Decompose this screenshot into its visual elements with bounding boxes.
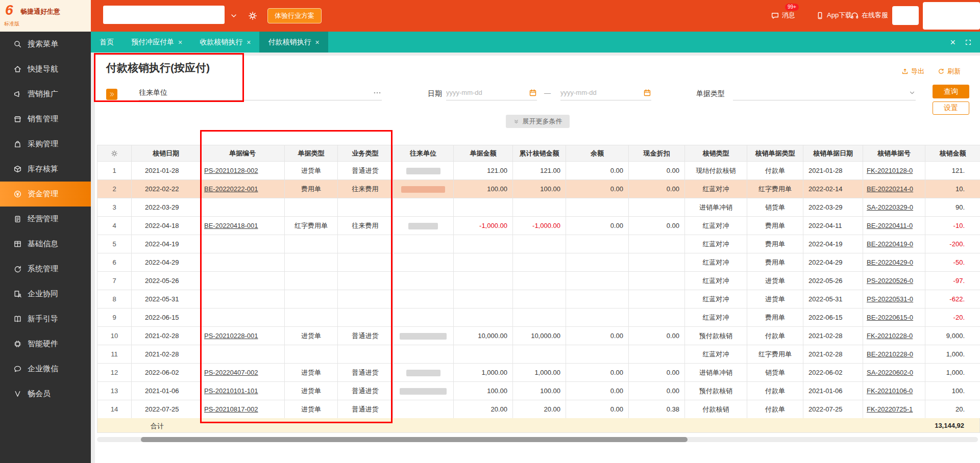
- sidebar-item-7[interactable]: 经营管理: [0, 207, 91, 232]
- sidebar-item-9[interactable]: 系统管理: [0, 256, 91, 281]
- sidebar-item-3[interactable]: 销售管理: [0, 107, 91, 132]
- partner-filter-input[interactable]: [167, 89, 373, 96]
- company-select-redacted[interactable]: [103, 6, 225, 24]
- sidebar-item-10[interactable]: 企业协同: [0, 281, 91, 306]
- messages-button[interactable]: 消息: [771, 11, 795, 20]
- collapse-filter-button[interactable]: [106, 89, 117, 100]
- close-all-icon[interactable]: ×: [950, 38, 955, 47]
- tab-close-icon[interactable]: ×: [247, 38, 251, 46]
- column-header-4[interactable]: 往来单位: [393, 145, 454, 162]
- table-row-7[interactable]: 72022-05-26红蓝对冲进货单2022-05-26PS-20220526-…: [97, 272, 980, 290]
- verify-doc-number-link[interactable]: PS-20220526-0: [867, 277, 913, 285]
- export-button[interactable]: 导出: [901, 67, 924, 76]
- doc-number-link[interactable]: BE-20220222-001: [204, 185, 258, 193]
- verify-doc-number-link[interactable]: BE-20210228-0: [867, 350, 913, 358]
- gear-icon[interactable]: [248, 11, 257, 20]
- sidebar-item-4[interactable]: 采购管理: [0, 132, 91, 157]
- column-header-1[interactable]: 单据编号: [201, 145, 285, 162]
- verify-doc-number-link[interactable]: BE-20220419-0: [867, 240, 913, 248]
- table-row-2[interactable]: 22022-02-22BE-20220222-001费用单往来费用100.001…: [97, 180, 980, 198]
- cell-vamt: -622.: [925, 290, 980, 308]
- sidebar-item-2[interactable]: 营销推广: [0, 82, 91, 107]
- doc-number-link[interactable]: PS-20210128-002: [204, 167, 258, 174]
- table-row-10[interactable]: 102021-02-28PS-20210228-001进货单普通进货10,000…: [97, 327, 980, 345]
- ellipsis-icon[interactable]: [373, 88, 382, 97]
- column-header-12[interactable]: 核销单据号: [863, 145, 925, 162]
- sidebar-item-1[interactable]: 快捷导航: [0, 57, 91, 82]
- sidebar-item-0[interactable]: 搜索菜单: [0, 32, 91, 57]
- table-row-3[interactable]: 32022-03-29进销单冲销销货单2022-03-29SA-20220329…: [97, 198, 980, 217]
- table-row-11[interactable]: 112021-02-28红蓝对冲红字费用单2021-02-28BE-202102…: [97, 345, 980, 364]
- column-header-11[interactable]: 核销单据日期: [803, 145, 863, 162]
- column-settings-header[interactable]: [97, 145, 132, 162]
- table-row-9[interactable]: 92022-06-15红蓝对冲费用单2022-06-15BE-20220615-…: [97, 308, 980, 327]
- column-header-7[interactable]: 余额: [566, 145, 629, 162]
- maximize-icon[interactable]: [965, 39, 972, 46]
- verify-doc-number-link[interactable]: FK-20220725-1: [867, 405, 913, 413]
- trial-plan-button[interactable]: 体验行业方案: [267, 8, 322, 23]
- table-row-1[interactable]: 12021-01-28PS-20210128-002进货单普通进货121.001…: [97, 162, 980, 180]
- tab-2[interactable]: 收款核销执行×: [191, 32, 259, 53]
- column-header-10[interactable]: 核销单据类型: [747, 145, 803, 162]
- refresh-button[interactable]: 刷新: [938, 67, 961, 76]
- verify-doc-number-link[interactable]: BE-20220429-0: [867, 259, 913, 266]
- sidebar-item-14[interactable]: 畅会员: [0, 381, 91, 406]
- cell-btype: [338, 308, 393, 327]
- tab-1[interactable]: 预付冲应付单×: [122, 32, 191, 53]
- column-header-9[interactable]: 核销类型: [685, 145, 747, 162]
- scrollbar-thumb[interactable]: [141, 437, 688, 442]
- verify-doc-number-link[interactable]: FK-20210128-0: [867, 167, 913, 174]
- doc-type-select[interactable]: [733, 89, 909, 96]
- verify-doc-number-link[interactable]: FK-20210228-0: [867, 332, 913, 340]
- date-to-input[interactable]: [560, 89, 643, 96]
- column-header-8[interactable]: 现金折扣: [629, 145, 685, 162]
- horizontal-scrollbar[interactable]: [97, 437, 978, 442]
- sidebar-item-8[interactable]: 基础信息: [0, 232, 91, 256]
- table-row-5[interactable]: 52022-04-19红蓝对冲费用单2022-04-19BE-20220419-…: [97, 235, 980, 253]
- column-header-6[interactable]: 累计核销金额: [513, 145, 566, 162]
- sidebar-item-11[interactable]: 新手引导: [0, 306, 91, 331]
- tab-0[interactable]: 首页: [91, 32, 122, 53]
- search-button[interactable]: 查询: [933, 85, 969, 98]
- tab-close-icon[interactable]: ×: [315, 38, 319, 46]
- verify-doc-number-link[interactable]: BE-20220214-0: [867, 185, 913, 193]
- verify-doc-number-link[interactable]: SA-20220329-0: [867, 203, 913, 211]
- online-service-button[interactable]: 在线客服: [850, 11, 888, 20]
- calendar-icon[interactable]: [643, 89, 651, 97]
- column-header-2[interactable]: 单据类型: [285, 145, 338, 162]
- date-from-input[interactable]: [446, 89, 529, 96]
- doc-number-link[interactable]: BE-20220418-001: [204, 222, 258, 229]
- doc-number-link[interactable]: PS-20210228-001: [204, 332, 258, 340]
- sidebar-item-12[interactable]: 智能硬件: [0, 331, 91, 356]
- table-row-6[interactable]: 62022-04-29红蓝对冲费用单2022-04-29BE-20220429-…: [97, 253, 980, 272]
- column-header-5[interactable]: 单据金额: [454, 145, 513, 162]
- column-header-3[interactable]: 业务类型: [338, 145, 393, 162]
- verify-doc-number-link[interactable]: BE-20220615-0: [867, 314, 913, 321]
- tab-3[interactable]: 付款核销执行×: [259, 32, 328, 53]
- column-header-13[interactable]: 核销金额: [925, 145, 980, 162]
- table-row-13[interactable]: 132021-01-06PS-20210101-101进货单普通进货100.00…: [97, 382, 980, 400]
- chevron-down-icon[interactable]: [230, 12, 238, 20]
- app-download-button[interactable]: App下载: [816, 11, 852, 20]
- sidebar-item-13[interactable]: 企业微信: [0, 356, 91, 381]
- doc-number-link[interactable]: PS-20220407-002: [204, 369, 258, 376]
- table-row-12[interactable]: 122022-06-02PS-20220407-002进货单普通进货1,000.…: [97, 364, 980, 382]
- doc-number-link[interactable]: PS-20210101-101: [204, 387, 258, 395]
- sidebar-item-6[interactable]: 资金管理: [0, 182, 91, 207]
- table-row-8[interactable]: 82022-05-31红蓝对冲进货单2022-05-31PS-20220531-…: [97, 290, 980, 308]
- verify-doc-number-link[interactable]: BE-20220411-0: [867, 222, 913, 229]
- sidebar-item-5[interactable]: 库存核算: [0, 157, 91, 182]
- column-header-0[interactable]: 核销日期: [132, 145, 201, 162]
- verify-doc-number-link[interactable]: FK-20210106-0: [867, 387, 913, 395]
- column-settings-icon[interactable]: [111, 150, 118, 157]
- settings-button[interactable]: 设置: [933, 101, 969, 115]
- app-logo[interactable]: 6 畅捷通好生意 标准版: [0, 0, 91, 32]
- expand-more-button[interactable]: 展开更多条件: [506, 115, 570, 128]
- tab-close-icon[interactable]: ×: [178, 38, 182, 46]
- doc-number-link[interactable]: PS-20210817-002: [204, 405, 258, 413]
- verify-doc-number-link[interactable]: PS-20220531-0: [867, 295, 913, 303]
- verify-doc-number-link[interactable]: SA-20220602-0: [867, 369, 913, 376]
- calendar-icon[interactable]: [529, 89, 537, 97]
- table-row-4[interactable]: 42022-04-18BE-20220418-001红字费用单往来费用-1,00…: [97, 217, 980, 235]
- table-row-14[interactable]: 142022-07-25PS-20210817-002进货单普通进货20.002…: [97, 400, 980, 419]
